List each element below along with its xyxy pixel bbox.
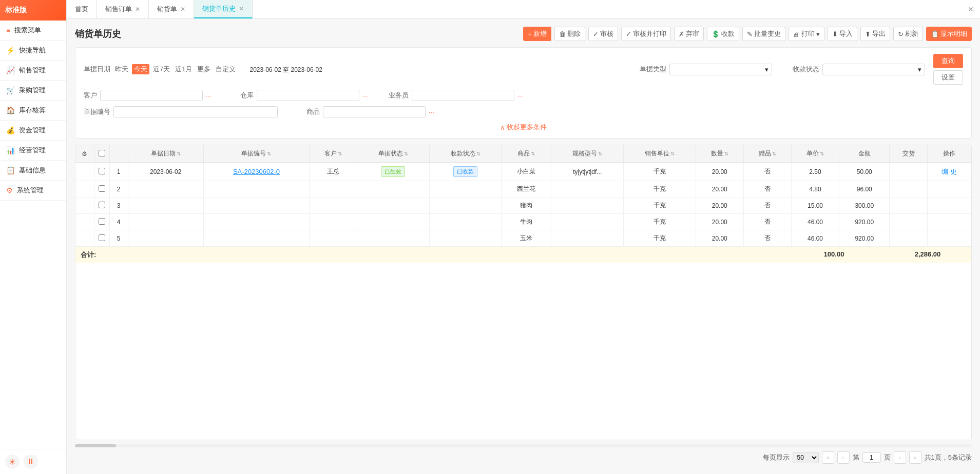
date-more[interactable]: 更多 (196, 64, 212, 74)
sidebar-item-finance[interactable]: 💰 资金管理 (0, 121, 66, 141)
sidebar-footer-btn2[interactable]: ⏸ (24, 455, 38, 469)
row-doc-no[interactable]: SA-20230602-0 (203, 163, 309, 181)
batch-change-button[interactable]: ✎ 批量变更 (742, 27, 785, 41)
tab-close-sales-delivery[interactable]: ✕ (180, 6, 185, 13)
settings-button[interactable]: 设置 (933, 70, 963, 85)
row-check[interactable] (94, 198, 109, 214)
filter-customer-item: 客户 ··· (84, 90, 212, 101)
filter-doc-type-select[interactable]: ▾ (669, 64, 772, 75)
date-1month[interactable]: 近1月 (174, 64, 194, 74)
sidebar-item-label: 经营管理 (19, 146, 46, 155)
date-today[interactable]: 今天 (132, 64, 149, 74)
sidebar-item-quick[interactable]: ⚡ 快捷导航 (0, 41, 66, 61)
row-gear (75, 230, 94, 247)
customer-ellipsis[interactable]: ··· (206, 92, 212, 100)
col-check[interactable] (94, 145, 109, 163)
tab-close-sales-history[interactable]: ✕ (239, 5, 244, 12)
date-7days[interactable]: 近7天 (151, 64, 171, 74)
new-button[interactable]: + 新增 (523, 27, 551, 41)
sidebar-item-operation[interactable]: 📊 经营管理 (0, 141, 66, 161)
row-doc-no[interactable] (203, 230, 309, 247)
col-spec[interactable]: 规格型号⇅ (551, 145, 624, 163)
row-num: 4 (109, 214, 128, 230)
page-first-btn[interactable]: « (822, 451, 834, 464)
row-doc-no[interactable] (203, 198, 309, 214)
sidebar-item-sales[interactable]: 📈 销售管理 (0, 61, 66, 81)
per-page-select[interactable]: 20 50 100 (793, 452, 819, 463)
col-doc-status[interactable]: 单据状态⇅ (357, 145, 430, 163)
filter-customer-input[interactable] (100, 90, 203, 101)
select-all-checkbox[interactable] (99, 150, 105, 156)
action-more[interactable]: 更 (950, 168, 957, 175)
row-check[interactable] (94, 214, 109, 230)
export-button[interactable]: ⬆ 导出 (860, 27, 890, 41)
filter-warehouse-input[interactable] (257, 90, 359, 101)
row-check[interactable] (94, 163, 109, 181)
col-sales-unit[interactable]: 销售单位⇅ (624, 145, 696, 163)
col-gift[interactable]: 赠品⇅ (743, 145, 791, 163)
sidebar-item-purchase[interactable]: 🛒 采购管理 (0, 81, 66, 101)
col-unit-price[interactable]: 单价⇅ (791, 145, 839, 163)
filter-row-1: 单据日期 昨天 今天 近7天 近1月 更多 自定义 2023-06-02 至 2… (84, 54, 963, 85)
col-doc-date[interactable]: 单据日期⇅ (128, 145, 203, 163)
scrollbar-thumb[interactable] (75, 444, 116, 447)
filter-date-label: 单据日期 (84, 65, 110, 74)
col-payment-status[interactable]: 收款状态⇅ (429, 145, 502, 163)
salesperson-ellipsis[interactable]: ··· (517, 92, 523, 100)
page-next-btn[interactable]: › (894, 451, 906, 464)
sidebar-item-inventory[interactable]: 🏠 库存核算 (0, 101, 66, 121)
query-button[interactable]: 查询 (933, 54, 963, 68)
print-button[interactable]: 🖨 打印 ▾ (789, 27, 824, 41)
delete-button[interactable]: 🗑 删除 (554, 27, 585, 41)
row-check[interactable] (94, 230, 109, 247)
sidebar-item-basic[interactable]: 📋 基础信息 (0, 161, 66, 181)
col-doc-no[interactable]: 单据编号⇅ (203, 145, 309, 163)
sidebar-footer-btn1[interactable]: ☀ (5, 455, 20, 469)
date-custom[interactable]: 自定义 (214, 64, 237, 74)
filter-payment-status-select[interactable]: ▾ (822, 64, 925, 75)
abandon-button[interactable]: ✗ 弃审 (674, 27, 704, 41)
operation-icon: 📊 (6, 146, 15, 154)
tab-sales-order[interactable]: 销售订单 ✕ (97, 0, 149, 18)
refresh-button[interactable]: ↻ 刷新 (893, 27, 923, 41)
col-goods[interactable]: 商品⇅ (502, 145, 551, 163)
tab-sales-delivery[interactable]: 销货单 ✕ (149, 0, 194, 18)
col-gear[interactable]: ⚙ (75, 145, 94, 163)
collect-button[interactable]: 💲 收款 (707, 27, 739, 41)
page-prev-btn[interactable]: ‹ (837, 451, 850, 464)
page-input[interactable] (862, 452, 881, 463)
audit-icon: ✓ (593, 30, 599, 38)
col-quantity[interactable]: 数量⇅ (696, 145, 743, 163)
import-button[interactable]: ⬇ 导入 (828, 27, 857, 41)
table-row: 4 牛肉 千克 20.00 否 46.00 920.00 (75, 214, 971, 230)
col-amount[interactable]: 金额 (839, 145, 890, 163)
row-doc-no[interactable] (203, 214, 309, 230)
row-check[interactable] (94, 181, 109, 198)
col-customer[interactable]: 客户⇅ (310, 145, 357, 163)
tabs-close-all[interactable]: ✕ (962, 5, 980, 13)
horizontal-scrollbar[interactable] (75, 444, 972, 447)
collapse-button[interactable]: ∧ 收起更多条件 (500, 123, 547, 132)
tab-close-sales-order[interactable]: ✕ (135, 6, 140, 13)
audit-print-button[interactable]: ✓ 审核并打印 (621, 27, 671, 41)
sales-icon: 📈 (6, 66, 15, 74)
filter-doc-no-input[interactable] (113, 106, 278, 117)
row-unit-price: 15.00 (791, 198, 839, 214)
row-doc-no[interactable] (203, 181, 309, 198)
tab-sales-history[interactable]: 销货单历史 ✕ (194, 0, 253, 18)
filter-salesperson-input[interactable] (412, 90, 514, 101)
action-edit[interactable]: 编 (941, 168, 948, 175)
sidebar-item-search[interactable]: ≡ 搜索菜单 (0, 21, 66, 41)
row-sales-unit: 千克 (624, 181, 696, 198)
import-icon: ⬇ (832, 30, 838, 38)
date-yesterday[interactable]: 昨天 (113, 64, 130, 74)
warehouse-ellipsis[interactable]: ··· (362, 92, 368, 100)
tab-home[interactable]: 首页 (67, 0, 97, 18)
filter-goods-input[interactable] (323, 106, 426, 117)
row-gear (75, 198, 94, 214)
goods-ellipsis[interactable]: ··· (429, 108, 434, 116)
sidebar-item-system[interactable]: ⚙ 系统管理 (0, 181, 66, 201)
show-detail-button[interactable]: 📋 显示明细 (926, 27, 972, 41)
audit-button[interactable]: ✓ 审核 (588, 27, 618, 41)
page-last-btn[interactable]: » (909, 451, 921, 464)
